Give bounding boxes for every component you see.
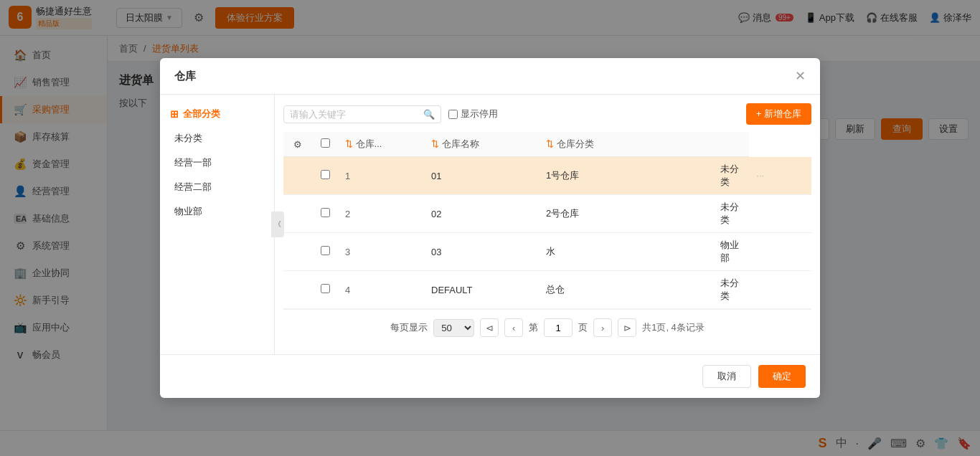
row-name-cell: 1号仓库: [539, 157, 713, 195]
row-checkbox-cell: [312, 195, 338, 233]
per-page-select[interactable]: 50 20 100: [433, 319, 474, 337]
row-num-cell: 3: [338, 233, 424, 271]
cancel-button[interactable]: 取消: [702, 365, 751, 388]
warehouse-modal: 仓库 ✕ ⊞ 全部分类 未分类 经营一部 经营二部: [160, 58, 820, 398]
table-row[interactable]: 1 01 1号仓库 未分类 ···: [283, 157, 811, 195]
row-gear-cell: [283, 271, 312, 309]
total-info: 共1页, 4条记录: [642, 321, 705, 334]
modal-close-button[interactable]: ✕: [795, 68, 806, 84]
table-row[interactable]: 3 03 水 物业部: [283, 233, 811, 271]
prev-page-button[interactable]: ‹: [504, 318, 523, 337]
row-code-cell: 01: [424, 157, 539, 195]
row-category-cell: 物业部: [713, 233, 749, 271]
modal-body: ⊞ 全部分类 未分类 经营一部 经营二部 物业部 《: [160, 95, 820, 354]
row-code-cell: DEFAULT: [424, 271, 539, 309]
grid-icon: ⊞: [170, 108, 179, 120]
row-category-cell: 未分类: [713, 195, 749, 233]
row-code-cell: 02: [424, 195, 539, 233]
row-gear-cell: [283, 195, 312, 233]
col-gear: ⚙: [283, 132, 312, 157]
modal-footer: 取消 确定: [160, 354, 820, 398]
confirm-button[interactable]: 确定: [758, 365, 806, 388]
modal-header: 仓库 ✕: [160, 58, 820, 95]
row-checkbox-cell: [312, 271, 338, 309]
row-action-cell: [749, 195, 811, 233]
category-item-unclassified[interactable]: 未分类: [160, 126, 274, 151]
row-checkbox[interactable]: [321, 170, 330, 179]
show-disabled-checkbox[interactable]: [448, 110, 458, 119]
modal-toolbar: 🔍 显示停用 + 新增仓库: [283, 103, 811, 125]
row-gear-cell: [283, 157, 312, 195]
category-item-operations1[interactable]: 经营一部: [160, 151, 274, 175]
page-number-input[interactable]: [544, 318, 573, 337]
modal-title: 仓库: [174, 70, 196, 83]
table-body: 1 01 1号仓库 未分类 ···: [283, 157, 811, 309]
table-row[interactable]: 4 DEFAULT 总仓 未分类: [283, 271, 811, 309]
table-container: ⚙ ⇅ 仓库... ⇅ 仓库名称: [283, 132, 811, 309]
row-category-cell: 未分类: [713, 271, 749, 309]
col-name: ⇅ 仓库名称: [424, 132, 539, 157]
row-more-button[interactable]: ···: [756, 170, 764, 181]
row-code-cell: 03: [424, 233, 539, 271]
row-action-cell: [749, 271, 811, 309]
row-name-cell: 总仓: [539, 271, 713, 309]
table-row[interactable]: 2 02 2号仓库 未分类: [283, 195, 811, 233]
add-warehouse-button[interactable]: + 新增仓库: [746, 103, 811, 125]
row-gear-cell: [283, 233, 312, 271]
table-header: ⚙ ⇅ 仓库... ⇅ 仓库名称: [283, 132, 811, 157]
row-checkbox[interactable]: [321, 246, 330, 255]
next-page-button[interactable]: ›: [593, 318, 612, 337]
row-action-cell: [749, 233, 811, 271]
col-actions: [713, 132, 749, 157]
select-all-checkbox[interactable]: [321, 138, 330, 148]
search-icon: 🔍: [423, 109, 435, 120]
row-num-cell: 4: [338, 271, 424, 309]
row-checkbox[interactable]: [321, 284, 330, 293]
category-item-operations2[interactable]: 经营二部: [160, 175, 274, 199]
last-page-button[interactable]: ⊳: [618, 318, 636, 337]
show-disabled-checkbox-label[interactable]: 显示停用: [448, 108, 498, 120]
row-checkbox[interactable]: [321, 208, 330, 217]
first-page-button[interactable]: ⊲: [480, 318, 499, 337]
modal-overlay: 仓库 ✕ ⊞ 全部分类 未分类 经营一部 经营二部: [0, 0, 980, 456]
modal-content-area: 🔍 显示停用 + 新增仓库 ⚙: [275, 95, 820, 354]
row-num-cell: 2: [338, 195, 424, 233]
row-category-cell: 未分类: [713, 157, 749, 195]
row-name-cell: 水: [539, 233, 713, 271]
warehouse-table: ⚙ ⇅ 仓库... ⇅ 仓库名称: [283, 132, 811, 309]
category-item-property[interactable]: 物业部: [160, 199, 274, 224]
col-code: ⇅ 仓库...: [338, 132, 424, 157]
col-checkbox: [312, 132, 338, 157]
row-name-cell: 2号仓库: [539, 195, 713, 233]
row-checkbox-cell: [312, 157, 338, 195]
search-input[interactable]: [290, 109, 419, 120]
search-box: 🔍: [283, 105, 441, 123]
col-category: ⇅ 仓库分类: [539, 132, 713, 157]
row-num-cell: 1: [338, 157, 424, 195]
row-action-cell: ···: [749, 157, 811, 195]
modal-sidebar: ⊞ 全部分类 未分类 经营一部 经营二部 物业部 《: [160, 95, 275, 354]
row-checkbox-cell: [312, 233, 338, 271]
all-categories-item[interactable]: ⊞ 全部分类: [160, 102, 274, 126]
modal-pagination: 每页显示 50 20 100 ⊲ ‹ 第 页 › ⊳ 共1页, 4条记录: [283, 309, 811, 346]
sidebar-collapse-button[interactable]: 《: [271, 212, 284, 237]
